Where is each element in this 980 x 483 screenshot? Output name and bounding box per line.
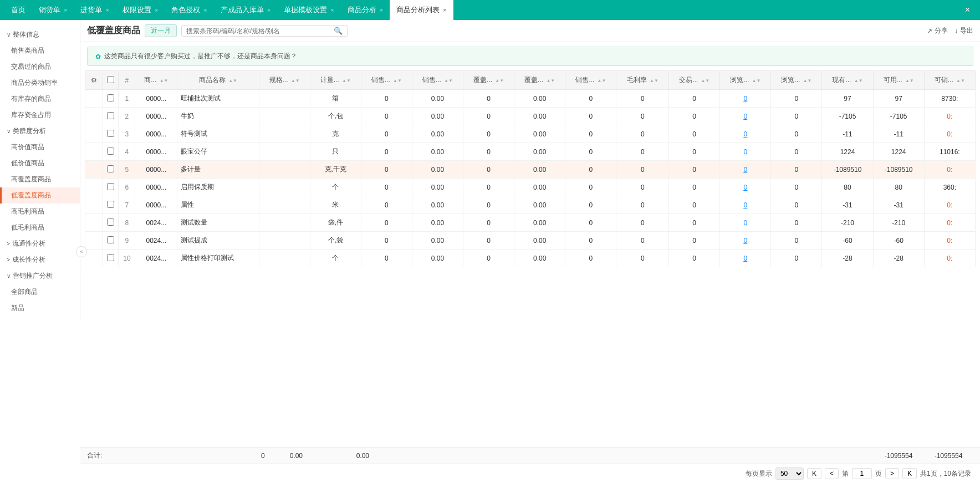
row-code: 0000...: [135, 196, 177, 214]
row-trade: 0: [669, 250, 720, 267]
prev-page-button[interactable]: <: [825, 468, 839, 479]
export-button[interactable]: ↓ 导出: [955, 26, 973, 35]
nav-purchase-close[interactable]: ×: [105, 7, 109, 13]
row-settings: [85, 108, 103, 125]
col-name[interactable]: 商品名称 ▲▼: [177, 71, 259, 90]
row-checkbox[interactable]: [107, 94, 114, 101]
search-input[interactable]: [186, 27, 334, 35]
time-filter-button[interactable]: 近一月: [145, 24, 177, 37]
sidebar-section-marketing[interactable]: ∨ 营销推广分析: [0, 268, 80, 284]
nav-sales[interactable]: 销货单 ×: [32, 0, 74, 20]
last-page-button[interactable]: K: [902, 468, 917, 479]
row-current: -7105: [822, 108, 873, 125]
col-margin[interactable]: 毛利率 ▲▼: [616, 71, 669, 90]
row-browse1[interactable]: 0: [720, 179, 771, 196]
share-button[interactable]: ↗ 分享: [927, 26, 948, 35]
nav-sales-close[interactable]: ×: [64, 7, 67, 13]
row-checkbox[interactable]: [107, 236, 114, 243]
col-code[interactable]: 商... ▲▼: [135, 71, 177, 90]
select-all-checkbox[interactable]: [107, 76, 114, 83]
sidebar-item-inventory-goods[interactable]: 有库存的商品: [0, 91, 80, 107]
nav-roles-close[interactable]: ×: [203, 7, 207, 13]
col-sales2[interactable]: 销售... ▲▼: [412, 71, 463, 90]
sidebar-section-flow[interactable]: > 流通性分析: [0, 236, 80, 252]
row-cover2: 0.00: [514, 108, 565, 125]
row-browse1[interactable]: 0: [720, 161, 771, 179]
sidebar-item-high-coverage[interactable]: 高覆盖度商品: [0, 171, 80, 187]
row-checkbox[interactable]: [107, 201, 114, 208]
nav-permissions-close[interactable]: ×: [155, 7, 158, 13]
nav-analysis-list[interactable]: 商品分析列表 ×: [390, 0, 453, 20]
row-checkbox[interactable]: [107, 218, 114, 226]
nav-analysis[interactable]: 商品分析 ×: [341, 0, 390, 20]
sidebar-item-new-goods[interactable]: 新品: [0, 300, 80, 316]
nav-home[interactable]: 首页: [4, 0, 32, 20]
first-page-button[interactable]: K: [807, 468, 821, 479]
next-page-button[interactable]: >: [885, 468, 899, 479]
sidebar-item-low-value[interactable]: 低价值商品: [0, 155, 80, 171]
row-browse1[interactable]: 0: [720, 125, 771, 143]
nav-products-close[interactable]: ×: [267, 7, 270, 13]
col-sales3[interactable]: 销售... ▲▼: [565, 71, 616, 90]
row-margin: 0: [616, 108, 669, 125]
row-browse1[interactable]: 0: [720, 214, 771, 232]
col-spec[interactable]: 规格... ▲▼: [259, 71, 310, 90]
row-browse1[interactable]: 0: [720, 90, 771, 108]
col-browse2[interactable]: 浏览... ▲▼: [771, 71, 822, 90]
sidebar-item-sales-goods[interactable]: 销售类商品: [0, 43, 80, 59]
col-trade[interactable]: 交易... ▲▼: [669, 71, 720, 90]
row-name: 属性: [177, 196, 259, 214]
top-nav: 首页 销货单 × 进货单 × 权限设置 × 角色授权 × 产成品入库单 × 单据…: [0, 0, 980, 20]
window-close-button[interactable]: ×: [959, 5, 976, 15]
row-browse1[interactable]: 0: [720, 143, 771, 161]
sidebar-item-high-value[interactable]: 高价值商品: [0, 139, 80, 155]
sidebar-section-growth[interactable]: > 成长性分析: [0, 252, 80, 268]
col-unit[interactable]: 计量... ▲▼: [310, 71, 361, 90]
nav-templates-close[interactable]: ×: [330, 7, 334, 13]
col-available[interactable]: 可用... ▲▼: [873, 71, 924, 90]
page-size-select[interactable]: 50 100 200: [775, 467, 804, 480]
row-cover1: 0: [463, 232, 514, 250]
nav-products[interactable]: 产成品入库单 ×: [214, 0, 277, 20]
row-unit: 个: [310, 250, 361, 267]
row-checkbox[interactable]: [107, 130, 114, 137]
row-margin: 0: [616, 125, 669, 143]
row-browse1[interactable]: 0: [720, 232, 771, 250]
col-current[interactable]: 现有... ▲▼: [822, 71, 873, 90]
row-spec: [259, 90, 310, 108]
sidebar-item-all-goods[interactable]: 全部商品: [0, 284, 80, 300]
row-checkbox[interactable]: [107, 254, 114, 261]
nav-templates[interactable]: 单据模板设置 ×: [277, 0, 340, 20]
row-checkbox[interactable]: [107, 183, 114, 190]
row-checkbox[interactable]: [107, 112, 114, 119]
col-browse1[interactable]: 浏览... ▲▼: [720, 71, 771, 90]
header-actions: ↗ 分享 ↓ 导出: [927, 26, 973, 35]
sidebar-item-low-coverage[interactable]: 低覆盖度商品: [0, 187, 80, 204]
sidebar-item-traded-goods[interactable]: 交易过的商品: [0, 59, 80, 75]
sidebar-item-low-margin[interactable]: 低毛利商品: [0, 220, 80, 236]
col-settings[interactable]: ⚙: [85, 71, 103, 90]
page-number-input[interactable]: [852, 468, 872, 479]
nav-roles[interactable]: 角色授权 ×: [165, 0, 213, 20]
nav-purchase[interactable]: 进货单 ×: [74, 0, 115, 20]
row-browse1[interactable]: 0: [720, 196, 771, 214]
nav-analysis-list-close[interactable]: ×: [443, 7, 446, 13]
sidebar-item-high-margin[interactable]: 高毛利商品: [0, 204, 80, 220]
col-cover1[interactable]: 覆盖... ▲▼: [463, 71, 514, 90]
col-cover2[interactable]: 覆盖... ▲▼: [514, 71, 565, 90]
sidebar-item-category-rate[interactable]: 商品分类动销率: [0, 75, 80, 91]
nav-analysis-close[interactable]: ×: [380, 7, 383, 13]
row-spec: [259, 125, 310, 143]
sidebar-section-overall[interactable]: ∨ 整体信息: [0, 27, 80, 43]
nav-permissions[interactable]: 权限设置 ×: [116, 0, 165, 20]
row-saleable: 0:: [924, 161, 975, 179]
row-checkbox[interactable]: [107, 148, 114, 155]
row-browse1[interactable]: 0: [720, 108, 771, 125]
sidebar-item-capital[interactable]: 库存资金占用: [0, 107, 80, 123]
col-sales1[interactable]: 销售... ▲▼: [361, 71, 412, 90]
row-browse1[interactable]: 0: [720, 250, 771, 267]
row-checkbox-cell: [103, 108, 119, 125]
col-saleable[interactable]: 可销... ▲▼: [924, 71, 975, 90]
sidebar-section-cluster[interactable]: ∨ 类群度分析: [0, 123, 80, 139]
row-checkbox[interactable]: [107, 165, 114, 172]
